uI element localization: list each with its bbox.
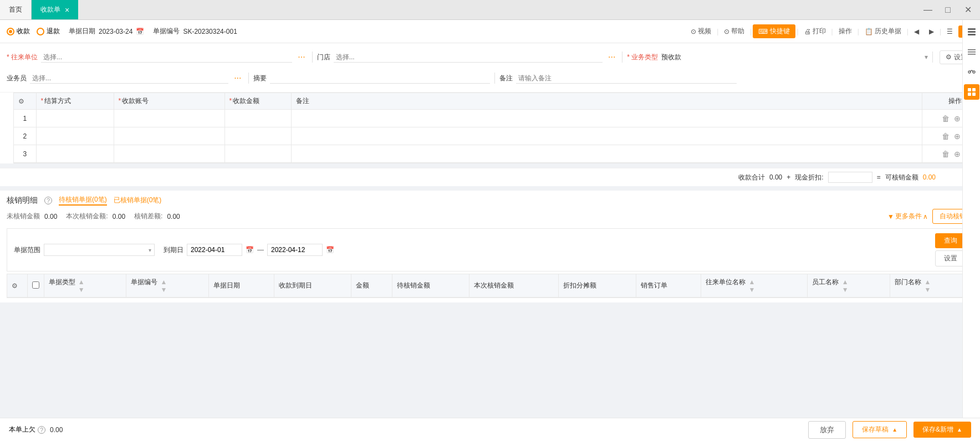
sidebar-icon-2[interactable]: [964, 44, 979, 60]
svg-rect-10: [968, 93, 971, 96]
remark-input[interactable]: [516, 73, 737, 84]
print-icon: 🖨: [804, 28, 811, 35]
operate-button[interactable]: 操作: [834, 24, 856, 38]
row-remark-1[interactable]: [291, 110, 922, 127]
row-num-1: 1: [14, 110, 36, 127]
row-remark-2[interactable]: [291, 127, 922, 145]
svg-rect-11: [972, 93, 976, 96]
sidebar-icon-4[interactable]: [964, 84, 979, 100]
staff-input[interactable]: [30, 73, 228, 84]
calendar-from-icon[interactable]: 📅: [246, 246, 254, 254]
row-amount-3[interactable]: [224, 145, 291, 163]
col-amount-header: 金额: [351, 274, 392, 298]
row-amount-1[interactable]: [224, 110, 291, 127]
date-from-input[interactable]: [187, 244, 242, 256]
save-new-button[interactable]: 保存&新增 ▲: [913, 422, 971, 438]
radio-refund[interactable]: 退款: [37, 27, 60, 36]
print-button[interactable]: 🖨 打印: [800, 24, 830, 38]
date-label: 单据日期: [69, 27, 95, 36]
biz-type-value: 预收款: [661, 53, 921, 62]
row-delete-icon-1[interactable]: 🗑: [941, 113, 951, 124]
detail-settings-button[interactable]: 设置: [935, 250, 966, 266]
summary-input[interactable]: [270, 73, 491, 84]
sidebar-icon-3[interactable]: [964, 64, 979, 80]
svg-rect-2: [968, 34, 976, 35]
radio-receipt[interactable]: 收款: [7, 27, 30, 36]
row-delete-icon-3[interactable]: 🗑: [941, 148, 951, 160]
docnum-label: 单据编号: [153, 27, 180, 36]
save-draft-button[interactable]: 保存草稿 ▲: [853, 421, 907, 438]
row-settle-3[interactable]: [36, 145, 114, 163]
row-amount-2[interactable]: [224, 127, 291, 145]
hx-tab-done[interactable]: 已核销单据(0笔): [114, 196, 162, 205]
discount-input[interactable]: [828, 172, 872, 183]
col-pending-header: 待核销金额: [392, 274, 469, 298]
col-date-header: 单据日期: [209, 274, 274, 298]
svg-rect-1: [968, 31, 976, 33]
hx-info-icon[interactable]: ?: [44, 197, 52, 204]
shortcuts-button[interactable]: ⌨ 快捷键: [753, 24, 795, 38]
save-draft-arrow-icon[interactable]: ▲: [892, 427, 897, 433]
select-all-checkbox[interactable]: [32, 281, 39, 289]
right-sidebar: [962, 20, 980, 418]
row-account-3[interactable]: [114, 145, 224, 163]
video-button[interactable]: ⊙ 视频: [686, 24, 716, 38]
nav-right-button[interactable]: ▶: [925, 25, 938, 38]
home-tab-label: 首页: [9, 5, 22, 14]
row-account-1[interactable]: [114, 110, 224, 127]
row-num-3: 3: [14, 145, 36, 163]
row-copy-icon-2[interactable]: ⊕: [953, 131, 962, 142]
sidebar-icon-1[interactable]: [964, 24, 979, 40]
row-delete-icon-2[interactable]: 🗑: [941, 131, 951, 142]
col-order-header: 销售订单: [636, 274, 701, 298]
col-remark-header: 备注: [291, 93, 922, 110]
tab-home[interactable]: 首页: [0, 0, 32, 19]
shop-input[interactable]: [334, 52, 603, 63]
detail-settings-icon[interactable]: ⚙: [12, 282, 18, 290]
minimize-button[interactable]: —: [920, 2, 936, 18]
date-field: 单据日期 2023-03-24 📅: [69, 27, 144, 36]
row-settle-2[interactable]: [36, 127, 114, 145]
calendar-to-icon[interactable]: 📅: [326, 246, 334, 254]
counterpart-more-icon[interactable]: ···: [295, 52, 307, 62]
bottom-info-icon[interactable]: ?: [38, 426, 45, 434]
history-button[interactable]: 📋 历史单据: [860, 24, 906, 38]
docnum-field: 单据编号 SK-20230324-001: [153, 27, 237, 36]
row-copy-icon-3[interactable]: ⊕: [953, 148, 962, 160]
chevron-up-icon: ∧: [923, 213, 928, 221]
counterpart-input[interactable]: [41, 52, 292, 63]
calendar-icon[interactable]: 📅: [136, 28, 144, 35]
table-settings-icon[interactable]: ⚙: [18, 98, 24, 105]
staff-more-icon[interactable]: ···: [232, 73, 243, 83]
list-view-button[interactable]: ☰: [942, 25, 957, 38]
svg-rect-0: [968, 28, 976, 30]
help-button[interactable]: ⊙ 帮助: [719, 24, 749, 38]
table-row: 1 🗑 ⊕: [14, 110, 966, 127]
tab-receipt[interactable]: 收款单 ×: [32, 0, 78, 19]
row-settle-1[interactable]: [36, 110, 114, 127]
doc-range-select[interactable]: [44, 244, 155, 256]
row-copy-icon-1[interactable]: ⊕: [953, 113, 962, 124]
biz-type-dropdown-icon[interactable]: ▾: [925, 53, 928, 61]
col-staff-header: 员工名称 ▲▼: [808, 274, 890, 298]
row-account-2[interactable]: [114, 127, 224, 145]
svg-point-6: [968, 71, 971, 73]
abandon-button[interactable]: 放弃: [808, 421, 846, 439]
docnum-value: SK-20230324-001: [183, 28, 237, 35]
video-icon: ⊙: [691, 28, 696, 35]
svg-rect-4: [968, 52, 976, 53]
verify-value: 0.00: [923, 173, 936, 181]
close-button[interactable]: ✕: [960, 2, 976, 18]
save-new-arrow-icon[interactable]: ▲: [957, 427, 962, 433]
query-button[interactable]: 查询: [935, 233, 966, 248]
bottom-value: 0.00: [50, 426, 63, 434]
table-row: 3 🗑 ⊕: [14, 145, 966, 163]
more-conditions-button[interactable]: ▼ 更多条件 ∧: [887, 212, 928, 221]
hx-tab-pending[interactable]: 待核销单据(0笔): [59, 195, 107, 206]
nav-left-button[interactable]: ◀: [910, 25, 923, 38]
tab-close-icon[interactable]: ×: [65, 6, 69, 14]
row-remark-3[interactable]: [291, 145, 922, 163]
date-to-input[interactable]: [267, 244, 323, 256]
shop-more-icon[interactable]: ···: [606, 52, 617, 62]
maximize-button[interactable]: □: [940, 2, 956, 18]
